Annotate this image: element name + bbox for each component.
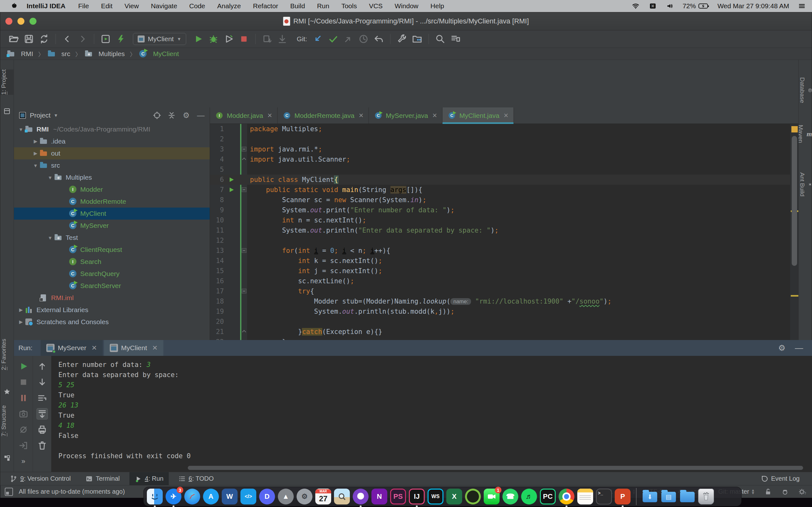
- git-commit-icon[interactable]: [328, 34, 339, 44]
- menu-code[interactable]: Code: [189, 2, 205, 9]
- chevron-down-icon[interactable]: ▼: [46, 175, 54, 180]
- volume-icon[interactable]: [665, 2, 674, 10]
- exit-icon[interactable]: [18, 440, 29, 451]
- chevron-down-icon[interactable]: ▼: [46, 235, 54, 240]
- code-line-11[interactable]: 11 System.out.println("Enter data separa…: [210, 225, 799, 235]
- code-line-15[interactable]: 15 int j = sc.nextInt();: [210, 266, 799, 276]
- menu-view[interactable]: View: [125, 2, 139, 9]
- discord-dock-icon[interactable]: D: [259, 489, 275, 504]
- breadcrumb-myclient[interactable]: CMyClient: [139, 50, 179, 58]
- git-history-icon[interactable]: [358, 34, 369, 44]
- run-line-icon[interactable]: [230, 187, 234, 192]
- editor-tab-myclient-java[interactable]: CMyClient.java✕: [443, 107, 514, 124]
- stripe-structure[interactable]: 7: Structure: [0, 405, 14, 436]
- toolwindow-button-4-run[interactable]: 4: Run: [130, 472, 169, 486]
- menu-edit[interactable]: Edit: [101, 2, 112, 9]
- hide-panel-icon[interactable]: —: [196, 111, 205, 120]
- run-window-icon[interactable]: [100, 34, 111, 44]
- git-push-icon[interactable]: [343, 34, 354, 44]
- code-line-6[interactable]: 6public class MyClient{: [210, 175, 799, 185]
- down-stack-trace-icon[interactable]: [37, 377, 48, 388]
- horizontal-scrollbar[interactable]: [188, 466, 803, 470]
- print-icon[interactable]: [37, 424, 48, 435]
- tree-item-modderremote[interactable]: CModderRemote: [14, 195, 210, 208]
- run-line-icon[interactable]: [230, 177, 234, 182]
- menu-window[interactable]: Window: [395, 2, 418, 9]
- search-everywhere-icon[interactable]: [435, 34, 446, 44]
- vscode-dock-icon[interactable]: </>: [241, 489, 256, 504]
- editor-tab-modderremote-java[interactable]: CModderRemote.java✕: [277, 107, 369, 124]
- spotify-dock-icon[interactable]: ♬: [521, 489, 537, 504]
- pycharm-dock-icon[interactable]: PC: [540, 489, 556, 504]
- gear-icon[interactable]: ⚙: [182, 111, 191, 120]
- close-tab-icon[interactable]: ✕: [267, 112, 272, 119]
- window-title-bar[interactable]: RMI [~/Codes/Java-Programming/RMI] - ...…: [0, 12, 812, 31]
- menu-help[interactable]: Help: [430, 2, 444, 9]
- tree-item-search[interactable]: ISearch: [14, 256, 210, 268]
- notification-center-icon[interactable]: [798, 2, 806, 10]
- code-line-18[interactable]: 18 Modder stub=(Modder)Naming.lookup(nam…: [210, 296, 799, 306]
- close-window-button[interactable]: [5, 18, 12, 25]
- tree-item-multiples[interactable]: ▼Multiples: [14, 171, 210, 183]
- build-icon[interactable]: [115, 34, 126, 44]
- stop-icon[interactable]: [18, 377, 29, 388]
- messages-dock-icon[interactable]: 1: [484, 489, 500, 504]
- menu-app-name[interactable]: IntelliJ IDEA: [27, 2, 66, 10]
- project-panel-title[interactable]: Project: [30, 112, 50, 119]
- rerun-icon[interactable]: [18, 361, 29, 372]
- chevron-right-icon[interactable]: ▶: [32, 138, 39, 144]
- chevron-down-icon[interactable]: ▼: [32, 163, 39, 168]
- stripe-ant-build[interactable]: Ant Build: [799, 172, 812, 196]
- input-source-icon[interactable]: ⌘: [648, 2, 657, 10]
- fold-end-icon[interactable]: [242, 330, 246, 334]
- gear-icon[interactable]: ⚙: [777, 343, 786, 352]
- stripe-favorites[interactable]: 2: Favorites: [0, 339, 14, 370]
- more-actions-icon[interactable]: »: [14, 457, 33, 465]
- code-line-16[interactable]: 16 sc.nextLine();: [210, 276, 799, 286]
- chevron-down-icon[interactable]: ▼: [54, 113, 58, 118]
- stripe-maven[interactable]: mMaven: [799, 125, 812, 143]
- toolwindow-button-terminal[interactable]: Terminal: [80, 472, 125, 486]
- synchronize-icon[interactable]: [39, 34, 49, 44]
- code-line-12[interactable]: 12: [210, 235, 799, 245]
- battery-status[interactable]: 72%: [682, 2, 709, 10]
- notes-dock-icon[interactable]: [577, 489, 593, 504]
- fold-icon[interactable]: −: [242, 187, 247, 192]
- stripe-project[interactable]: 1: Project: [0, 69, 14, 95]
- onenote-dock-icon[interactable]: N: [371, 489, 387, 504]
- chevron-right-icon[interactable]: ▶: [17, 319, 25, 325]
- debug-button-icon[interactable]: [208, 34, 219, 44]
- code-line-14[interactable]: 14 int k = sc.nextInt();: [210, 256, 799, 266]
- run-configuration-selector[interactable]: MyClient▼: [133, 33, 186, 45]
- code-line-7[interactable]: 7− public static void main(String args[]…: [210, 185, 799, 195]
- whatsapp-dock-icon[interactable]: ☎: [502, 489, 518, 504]
- toolwindow-button-9-version-control[interactable]: 9: Version Control: [5, 472, 76, 486]
- code-line-4[interactable]: 4import java.util.Scanner;: [210, 154, 799, 164]
- github-desktop-dock-icon[interactable]: [353, 489, 368, 504]
- menu-navigate[interactable]: Navigate: [151, 2, 177, 9]
- scroll-to-end-icon[interactable]: [37, 408, 48, 419]
- soft-wrap-icon[interactable]: [37, 393, 48, 403]
- build-artifacts-icon[interactable]: [262, 34, 272, 44]
- code-line-8[interactable]: 8 Scanner sc = new Scanner(System.in);: [210, 195, 799, 205]
- tool-window-switcher-icon[interactable]: [5, 488, 13, 496]
- code-line-2[interactable]: 2: [210, 134, 799, 144]
- git-update-icon[interactable]: [312, 34, 323, 44]
- code-line-13[interactable]: 13− for(int i = 0; i < n; i++){: [210, 245, 799, 256]
- code-line-17[interactable]: 17− try{: [210, 286, 799, 296]
- documents-folder-dock-icon[interactable]: ▤: [661, 489, 676, 504]
- fold-icon[interactable]: −: [242, 248, 247, 253]
- webstorm-dock-icon[interactable]: WS: [427, 489, 444, 504]
- stripe-database[interactable]: Database: [799, 77, 812, 103]
- unlock-icon[interactable]: [764, 488, 772, 496]
- stop-button-icon[interactable]: [239, 34, 249, 44]
- toolwindow-button-6-todo[interactable]: 6: TODO: [173, 472, 219, 486]
- menu-tools[interactable]: Tools: [341, 2, 357, 9]
- tree-item-external-libraries[interactable]: ▶External Libraries: [14, 304, 210, 316]
- tree-item-searchquery[interactable]: CSearchQuery: [14, 268, 210, 280]
- minimize-window-button[interactable]: [17, 18, 24, 25]
- project-structure-icon[interactable]: [412, 34, 422, 44]
- fold-icon[interactable]: −: [242, 289, 247, 293]
- download-sources-icon[interactable]: [277, 34, 288, 44]
- star-icon[interactable]: [3, 388, 11, 395]
